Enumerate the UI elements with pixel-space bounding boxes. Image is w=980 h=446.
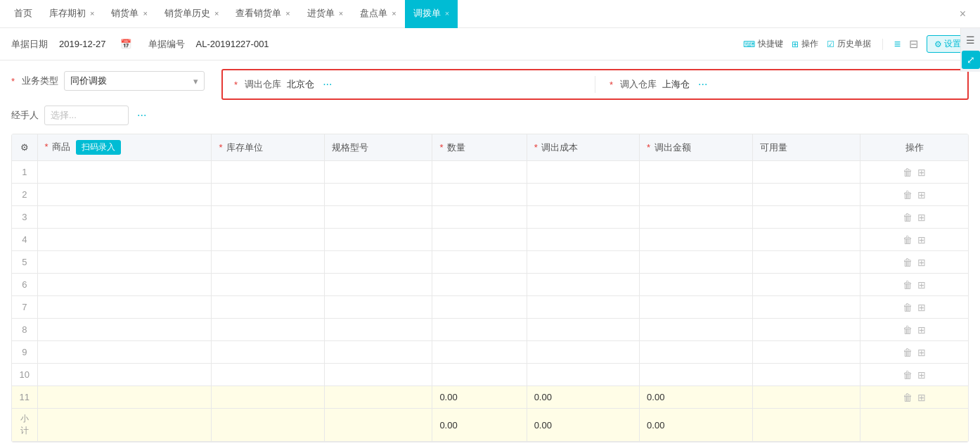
row-unit[interactable] [212,229,324,251]
tab-inventory-check[interactable]: 盘点单 × [352,0,404,28]
row-cost[interactable] [527,319,639,341]
delete-icon[interactable]: 🗑 [903,167,913,178]
row-available[interactable] [752,319,860,341]
delete-icon[interactable]: 🗑 [903,369,913,381]
delete-icon[interactable]: 🗑 [903,347,913,358]
delete-icon[interactable]: 🗑 [903,234,913,246]
tab-inventory-init-close[interactable]: × [90,9,94,18]
row-cost[interactable] [527,161,639,184]
calendar-icon[interactable]: 📅 [120,39,131,49]
delete-icon[interactable]: 🗑 [903,257,913,268]
row-amount[interactable] [640,341,752,364]
row-cost[interactable] [527,229,639,251]
row-spec[interactable] [324,229,432,251]
copy-icon[interactable]: ⊞ [917,212,926,223]
row-quantity[interactable] [432,319,527,341]
tab-inventory-check-close[interactable]: × [392,9,396,18]
tab-transfer-order-close[interactable]: × [445,9,449,18]
row-quantity[interactable] [432,161,527,184]
tab-home[interactable]: 首页 [6,0,41,28]
row-product[interactable] [37,386,212,409]
row-cost[interactable] [527,274,639,296]
row-amount[interactable] [640,296,752,319]
row-product[interactable] [37,229,212,251]
row-cost[interactable] [527,364,639,386]
row-spec[interactable] [324,364,432,386]
th-settings[interactable]: ⚙ [12,134,37,161]
copy-icon[interactable]: ⊞ [917,324,926,336]
row-available[interactable] [752,296,860,319]
handler-input[interactable]: 选择... [44,106,129,125]
row-available[interactable] [752,184,860,206]
row-amount[interactable] [640,274,752,296]
sidebar-list-icon[interactable]: ☰ [962,31,980,49]
tab-sales-order-close[interactable]: × [143,9,147,18]
row-unit[interactable] [212,319,324,341]
row-amount[interactable] [640,364,752,386]
row-unit[interactable] [212,206,324,229]
copy-icon[interactable]: ⊞ [917,302,926,313]
handler-more-button[interactable]: ··· [137,109,146,122]
delete-icon[interactable]: 🗑 [903,279,913,291]
row-cost[interactable] [527,206,639,229]
row-quantity[interactable] [432,229,527,251]
tab-view-sales-close[interactable]: × [285,9,290,18]
copy-icon[interactable]: ⊞ [917,279,926,291]
sidebar-expand-icon[interactable]: ⤢ [962,51,980,69]
row-unit[interactable] [212,184,324,206]
row-product[interactable] [37,274,212,296]
in-warehouse-more-button[interactable]: ··· [698,78,707,91]
shortcut-action[interactable]: ⌨ 快捷键 [743,38,783,50]
delete-icon[interactable]: 🗑 [903,302,913,313]
copy-icon[interactable]: ⊞ [917,234,926,246]
row-spec[interactable] [324,251,432,274]
row-spec[interactable] [324,161,432,184]
tab-transfer-order[interactable]: 调拨单 × [405,0,458,28]
history-action[interactable]: ☑ 历史单据 [827,38,871,50]
row-quantity[interactable] [432,184,527,206]
close-all-tabs-button[interactable]: × [957,5,969,23]
row-available[interactable] [752,229,860,251]
out-warehouse-more-button[interactable]: ··· [323,78,332,91]
row-available[interactable] [752,161,860,184]
row-available[interactable] [752,206,860,229]
row-product[interactable] [37,341,212,364]
row-amount[interactable] [640,184,752,206]
row-available[interactable] [752,386,860,409]
row-quantity[interactable] [432,364,527,386]
copy-icon[interactable]: ⊞ [917,347,926,358]
row-product[interactable] [37,296,212,319]
row-amount[interactable] [640,229,752,251]
row-spec[interactable] [324,296,432,319]
row-spec[interactable] [324,319,432,341]
layout-icon-2[interactable]: ⊟ [909,37,918,51]
row-cost[interactable] [527,251,639,274]
row-available[interactable] [752,341,860,364]
row-spec[interactable] [324,206,432,229]
row-spec[interactable] [324,386,432,409]
row-quantity[interactable] [432,341,527,364]
row-spec[interactable] [324,184,432,206]
row-unit[interactable] [212,341,324,364]
copy-icon[interactable]: ⊞ [917,257,926,268]
row-unit[interactable] [212,386,324,409]
row-available[interactable] [752,251,860,274]
row-quantity[interactable] [432,296,527,319]
tab-sales-order[interactable]: 销货单 × [103,0,155,28]
row-unit[interactable] [212,364,324,386]
row-cost[interactable]: 0.00 [527,386,639,409]
layout-icon-1[interactable]: ≡ [894,38,901,51]
copy-icon[interactable]: ⊞ [917,189,926,200]
delete-icon[interactable]: 🗑 [903,324,913,336]
delete-icon[interactable]: 🗑 [903,212,913,223]
row-amount[interactable] [640,251,752,274]
row-amount[interactable] [640,206,752,229]
row-product[interactable] [37,161,212,184]
row-spec[interactable] [324,274,432,296]
operation-action[interactable]: ⊞ 操作 [792,38,818,50]
row-available[interactable] [752,364,860,386]
row-unit[interactable] [212,251,324,274]
tab-sales-history[interactable]: 销货单历史 × [156,0,227,28]
row-quantity[interactable]: 0.00 [432,386,527,409]
row-amount[interactable] [640,319,752,341]
